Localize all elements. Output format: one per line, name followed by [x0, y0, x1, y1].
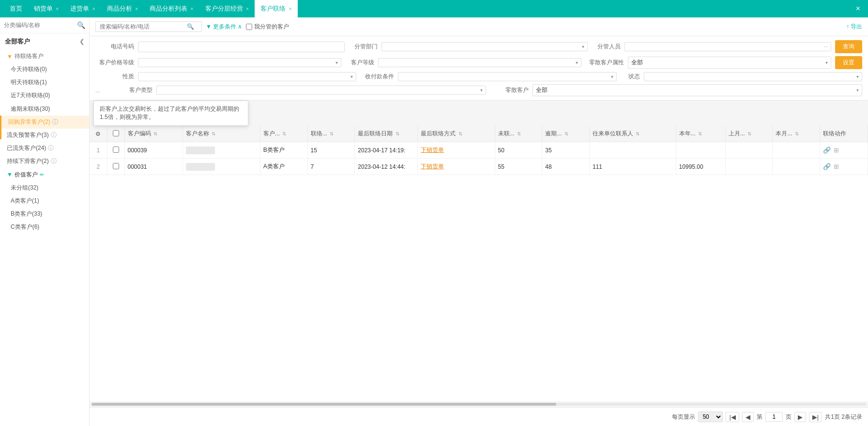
action-grid-icon-1[interactable]: ⊞	[834, 163, 839, 170]
sidebar-value-group[interactable]: ▼ 价值客户 ✏	[0, 168, 89, 181]
customer-type-select[interactable]: ▾	[156, 86, 486, 95]
th-this-month[interactable]: 本月... ⇅	[773, 126, 820, 142]
sidebar-item-7days[interactable]: 近7天待联络(0)	[0, 89, 89, 102]
close-product-analysis-list-tab-icon[interactable]: ×	[190, 6, 193, 12]
sidebar-search-icon[interactable]: 🔍	[77, 21, 85, 29]
nav-item-customer-segmentation[interactable]: 客户分层经营 ×	[199, 0, 255, 17]
sidebar-item-c-class[interactable]: C类客户(6)	[0, 220, 89, 234]
action-link-icon-1[interactable]: 🔗	[823, 163, 831, 170]
data-table-wrapper[interactable]: ⚙ 客户编码 ⇅ 客户名称 ⇅	[90, 126, 868, 401]
close-product-analysis-tab-icon[interactable]: ×	[135, 6, 138, 12]
close-sales-tab-icon[interactable]: ×	[56, 6, 59, 12]
level-sort-icon[interactable]: ⇅	[282, 131, 286, 136]
th-this-year[interactable]: 本年... ⇅	[676, 126, 725, 142]
sidebar-item-tomorrow[interactable]: 明天待联络(1)	[0, 76, 89, 89]
phone-input[interactable]	[138, 42, 345, 52]
this-year-sort-icon[interactable]: ⇅	[698, 131, 702, 136]
uncontacted-sort-icon[interactable]: ⇅	[517, 131, 521, 136]
th-code[interactable]: 客户编码 ⇅	[124, 126, 183, 142]
settings-button[interactable]: 设置	[835, 56, 862, 69]
close-customer-contact-tab-icon[interactable]: ×	[289, 6, 291, 12]
contact-count-sort-icon[interactable]: ⇅	[330, 131, 334, 136]
th-last-month[interactable]: 上月... ⇅	[725, 126, 773, 142]
nav-item-home[interactable]: 首页	[4, 0, 28, 17]
window-close-button[interactable]: ×	[852, 4, 864, 13]
name-sort-icon[interactable]: ⇅	[212, 131, 215, 136]
select-all-checkbox[interactable]	[113, 130, 119, 136]
th-name[interactable]: 客户名称 ⇅	[183, 126, 260, 142]
last-page-button[interactable]: ▶|	[809, 412, 822, 422]
scrollbar-thumb[interactable]	[91, 403, 556, 406]
sidebar-item-a-class[interactable]: A类客户(1)	[0, 194, 89, 207]
close-purchase-tab-icon[interactable]: ×	[92, 6, 95, 12]
status-select[interactable]: ▾	[644, 72, 862, 81]
sidebar-item-abnormal[interactable]: 回购异常客户(2) ⓘ	[0, 116, 89, 129]
payment-select[interactable]: ▾	[398, 72, 616, 81]
sidebar-item-lost-warning[interactable]: 流失预警客户(3) ⓘ	[0, 129, 89, 142]
price-level-select[interactable]: ▾	[138, 58, 341, 67]
customer-level-select[interactable]: ▾	[378, 58, 581, 67]
sidebar-search-input[interactable]	[4, 22, 77, 29]
td-name	[183, 142, 260, 159]
search-icon[interactable]: 🔍	[187, 23, 194, 30]
th-checkbox[interactable]	[107, 126, 124, 142]
th-level[interactable]: 客户... ⇅	[260, 126, 307, 142]
contact-person-sort-icon[interactable]: ⇅	[636, 131, 640, 136]
sidebar-item-b-class[interactable]: B类客户(33)	[0, 207, 89, 220]
nav-item-customer-contact[interactable]: 客户联络 ×	[255, 0, 297, 17]
branch-dept-select[interactable]: ▾	[381, 42, 588, 51]
sidebar-pending-contact-group[interactable]: ▼ 待联络客户	[0, 50, 89, 63]
prev-page-button[interactable]: ◀	[742, 412, 754, 422]
sidebar-item-unclassified[interactable]: 未分组(32)	[0, 181, 89, 194]
next-page-button[interactable]: ▶	[794, 412, 806, 422]
overdue-sort-icon[interactable]: ⇅	[564, 131, 568, 136]
export-button[interactable]: ↑ 导出	[846, 23, 862, 31]
page-input[interactable]	[765, 412, 783, 422]
th-uncontacted[interactable]: 未联... ⇅	[495, 126, 542, 142]
th-settings[interactable]: ⚙	[90, 126, 107, 142]
gender-select[interactable]: ▾	[138, 72, 356, 81]
query-button[interactable]: 查询	[835, 40, 862, 53]
last-month-sort-icon[interactable]: ⇅	[747, 131, 751, 136]
nav-item-product-analysis[interactable]: 商品分析 ×	[101, 0, 144, 17]
td-last-contact-method[interactable]: 下销货单	[418, 159, 495, 175]
td-checkbox[interactable]	[107, 159, 124, 175]
horizontal-scrollbar[interactable]	[90, 401, 868, 407]
retail-customer-select[interactable]: 全部 ▾	[533, 84, 862, 96]
close-customer-segmentation-tab-icon[interactable]: ×	[246, 6, 249, 12]
my-customers-check[interactable]	[246, 24, 252, 30]
sidebar-item-today[interactable]: 今天待联络(0)	[0, 63, 89, 76]
sidebar-item-declining[interactable]: 持续下滑客户(2) ⓘ	[0, 155, 89, 168]
th-last-contact-date[interactable]: 最后联络日期 ⇅	[355, 126, 418, 142]
th-contact-person[interactable]: 往来单位联系人 ⇅	[589, 126, 676, 142]
value-group-edit-icon[interactable]: ✏	[40, 172, 44, 178]
last-contact-date-sort-icon[interactable]: ⇅	[396, 131, 399, 136]
action-link-icon-0[interactable]: 🔗	[823, 147, 831, 154]
sidebar-all-customers-header[interactable]: 全部客户 ❮	[0, 33, 89, 50]
th-last-contact-method[interactable]: 最后联络方式 ⇅	[418, 126, 495, 142]
nav-item-purchase[interactable]: 进货单 ×	[64, 0, 101, 17]
branch-person-select[interactable]: ···	[624, 42, 831, 51]
sidebar-item-overdue[interactable]: 逾期未联络(30)	[0, 103, 89, 116]
sidebar-collapse-icon[interactable]: ❮	[79, 38, 84, 45]
th-overdue[interactable]: 逾期... ⇅	[542, 126, 590, 142]
more-conditions-button[interactable]: ▼ 更多条件 ∧	[206, 23, 242, 31]
action-grid-icon-0[interactable]: ⊞	[834, 147, 839, 154]
th-contact-count[interactable]: 联络... ⇅	[307, 126, 355, 142]
td-checkbox[interactable]	[107, 142, 124, 159]
sidebar-item-already-lost[interactable]: 已流失客户(24) ⓘ	[0, 142, 89, 155]
filter-more-dots[interactable]: ...	[95, 87, 100, 94]
my-customers-checkbox[interactable]: 我分管的客户	[246, 23, 289, 31]
nav-item-product-analysis-list[interactable]: 商品分析列表 ×	[144, 0, 199, 17]
row-checkbox-1[interactable]	[113, 163, 119, 169]
this-month-sort-icon[interactable]: ⇅	[795, 131, 799, 136]
code-sort-icon[interactable]: ⇅	[153, 131, 157, 136]
first-page-button[interactable]: |◀	[726, 412, 739, 422]
search-input[interactable]	[100, 23, 187, 30]
retail-attr-select[interactable]: 全部 ▾	[628, 57, 831, 69]
last-contact-method-sort-icon[interactable]: ⇅	[458, 131, 462, 136]
td-last-contact-method[interactable]: 下销货单	[418, 142, 495, 159]
row-checkbox-0[interactable]	[113, 147, 119, 153]
nav-item-sales[interactable]: 销货单 ×	[28, 0, 64, 17]
per-page-select[interactable]: 50 100 200	[698, 411, 723, 422]
